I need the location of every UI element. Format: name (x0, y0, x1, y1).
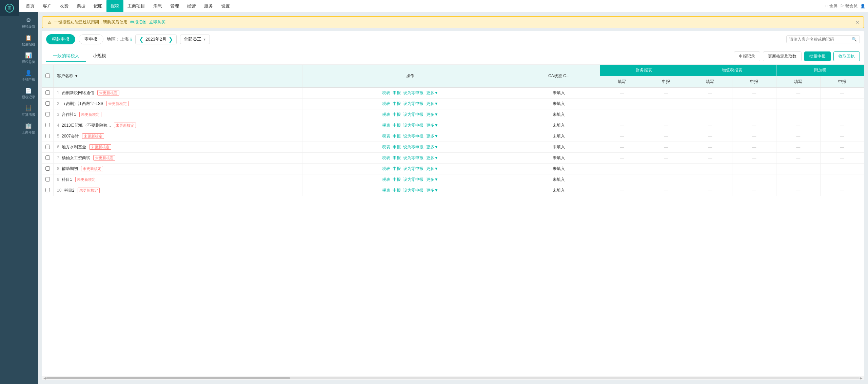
nav-billing[interactable]: 收费 (56, 0, 73, 12)
op-btn[interactable]: 更多▼ (426, 101, 438, 106)
sort-icon[interactable]: ▼ (74, 73, 78, 78)
op-btn[interactable]: 设为零申报 (403, 155, 423, 160)
op-btn[interactable]: 更多▼ (426, 90, 438, 95)
op-btn[interactable]: 申报 (393, 112, 401, 117)
subnav-tax-record[interactable]: 📄 报税记录 (20, 85, 37, 102)
op-btn[interactable]: 申报 (393, 177, 401, 182)
row-checkbox[interactable] (45, 145, 50, 149)
banner-link2[interactable]: 立即购买 (149, 19, 165, 25)
status-badge: 未更新核定 (78, 188, 100, 193)
row-checkbox[interactable] (45, 155, 50, 160)
op-btn[interactable]: 设为零申报 (403, 123, 423, 128)
op-btn[interactable]: 申报 (393, 145, 401, 149)
op-btn[interactable]: 更多▼ (426, 166, 438, 171)
row-checkbox[interactable] (45, 90, 50, 95)
nav-tax[interactable]: 报税 (106, 0, 123, 12)
info-icon[interactable]: ℹ (130, 37, 132, 42)
op-btn[interactable]: 申报 (393, 155, 401, 160)
row-checkbox[interactable] (45, 112, 50, 116)
op-btn[interactable]: 更多▼ (426, 134, 438, 138)
nav-invoice[interactable]: 票据 (73, 0, 90, 12)
op-btn[interactable]: 设为零申报 (403, 145, 423, 149)
op-btn[interactable]: 设为零申报 (403, 101, 423, 106)
banner-close-icon[interactable]: ✕ (855, 20, 860, 25)
nav-home[interactable]: 首页 (22, 0, 39, 12)
declare-record-btn[interactable]: 申报记录 (734, 51, 760, 61)
collect-back-btn[interactable]: 收取回执 (833, 51, 860, 61)
row-checkbox[interactable] (45, 134, 50, 138)
subnav-biz-annual[interactable]: 🏢 工商年报 (20, 121, 37, 137)
op-btn[interactable]: 申报 (393, 166, 401, 171)
row-checkbox[interactable] (45, 101, 50, 106)
prev-month-btn[interactable]: ❮ (139, 36, 143, 43)
nav-customer[interactable]: 客户 (39, 0, 56, 12)
client-name: 杨仙女工资商试 (62, 155, 90, 160)
op-btn[interactable]: 申报 (393, 134, 401, 138)
scroll-left-btn[interactable]: ◀ (43, 376, 46, 380)
scroll-track[interactable] (46, 377, 860, 379)
subnav-overview[interactable]: 📊 报税总览 (20, 50, 37, 66)
op-btn[interactable]: 税表 (382, 188, 390, 193)
update-quota-btn[interactable]: 更新核定及取数 (763, 51, 802, 61)
op-btn[interactable]: 税表 (382, 166, 390, 171)
op-btn[interactable]: 更多▼ (426, 123, 438, 128)
row-checkbox[interactable] (45, 177, 50, 182)
op-btn[interactable]: 设为零申报 (403, 166, 423, 171)
scroll-right-btn[interactable]: ▶ (860, 376, 863, 380)
data-cell: — (644, 153, 688, 164)
tab-zero-declare[interactable]: 零申报 (79, 34, 103, 44)
search-icon[interactable]: 🔍 (852, 37, 857, 42)
row-checkbox[interactable] (45, 166, 50, 171)
nav-business[interactable]: 工商项目 (123, 0, 149, 12)
subnav-personal-tax[interactable]: 👤 个税申报 (20, 68, 37, 84)
tab-general[interactable]: 一般的纳税人 (46, 51, 86, 62)
select-all-checkbox[interactable] (45, 73, 50, 78)
member-btn[interactable]: ▷ 畅会员 (840, 3, 857, 9)
op-btn[interactable]: 设为零申报 (403, 177, 423, 182)
next-month-btn[interactable]: ❯ (169, 36, 173, 43)
op-btn[interactable]: 更多▼ (426, 145, 438, 149)
table-header-row1: 客户名称 ▼ 操作 CA状态 C... 财务报表 增值税报表 附加税 (42, 65, 864, 76)
banner-link1[interactable]: 申报汇签 (130, 19, 146, 25)
tab-tax-declare[interactable]: 税款申报 (46, 34, 75, 44)
op-btn[interactable]: 申报 (393, 123, 401, 128)
employee-filter[interactable]: 全部员工 ▼ (180, 35, 210, 44)
nav-service[interactable]: 服务 (200, 0, 217, 12)
nav-settings[interactable]: 设置 (217, 0, 234, 12)
op-btn[interactable]: 设为零申报 (403, 188, 423, 193)
row-checkbox[interactable] (45, 188, 50, 192)
op-btn[interactable]: 税表 (382, 145, 390, 149)
subnav-batch-tax[interactable]: 📋 批量报税 (20, 33, 37, 49)
op-btn[interactable]: 更多▼ (426, 188, 438, 193)
op-btn[interactable]: 申报 (393, 101, 401, 106)
op-btn[interactable]: 税表 (382, 112, 390, 117)
op-btn[interactable]: 设为零申报 (403, 90, 423, 95)
nav-management[interactable]: 管理 (166, 0, 183, 12)
op-btn[interactable]: 税表 (382, 101, 390, 106)
op-btn[interactable]: 更多▼ (426, 177, 438, 182)
op-btn[interactable]: 申报 (393, 90, 401, 95)
fullscreen-btn[interactable]: □ 全屏 (826, 3, 837, 9)
subnav-calc[interactable]: 🧮 汇算清缴 (20, 103, 37, 119)
th-ca-status: CA状态 C... (518, 65, 600, 88)
nav-message[interactable]: 消息 (149, 0, 166, 12)
op-btn[interactable]: 税表 (382, 90, 390, 95)
subnav-tax-settings[interactable]: ⚙ 报税设置 (20, 15, 37, 31)
op-btn[interactable]: 设为零申报 (403, 112, 423, 117)
nav-operation[interactable]: 经营 (183, 0, 200, 12)
user-avatar[interactable]: 👤 (860, 4, 865, 8)
op-btn[interactable]: 更多▼ (426, 112, 438, 117)
op-btn[interactable]: 税表 (382, 134, 390, 138)
op-btn[interactable]: 税表 (382, 155, 390, 160)
tab-small[interactable]: 小规模 (86, 51, 113, 62)
search-input[interactable] (789, 37, 850, 42)
op-btn[interactable]: 申报 (393, 188, 401, 193)
client-name: 2007会计 (62, 134, 79, 138)
op-btn[interactable]: 设为零申报 (403, 134, 423, 138)
row-checkbox[interactable] (45, 123, 50, 127)
op-btn[interactable]: 税表 (382, 123, 390, 128)
nav-bookkeeping[interactable]: 记账 (90, 0, 106, 12)
op-btn[interactable]: 更多▼ (426, 155, 438, 160)
batch-declare-btn[interactable]: 批量申报 (804, 51, 831, 61)
op-btn[interactable]: 税表 (382, 177, 390, 182)
